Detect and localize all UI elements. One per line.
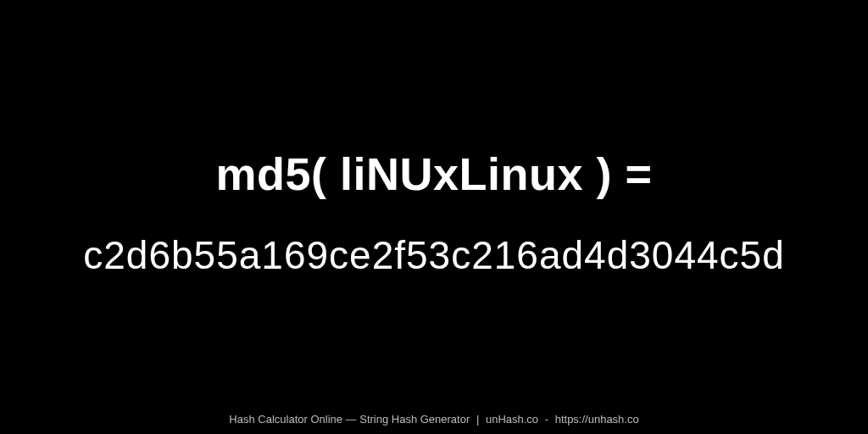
hash-result: c2d6b55a169ce2f53c216ad4d3044c5d xyxy=(83,232,785,278)
footer-site-name: unHash.co xyxy=(486,413,538,426)
footer-title: Hash Calculator Online — String Hash Gen… xyxy=(229,413,470,426)
hash-display: md5( liNUxLinux ) = c2d6b55a169ce2f53c21… xyxy=(83,147,785,278)
footer: Hash Calculator Online — String Hash Gen… xyxy=(0,413,868,426)
footer-separator: | xyxy=(476,413,479,426)
hash-expression: md5( liNUxLinux ) = xyxy=(215,147,652,200)
footer-url: https://unhash.co xyxy=(555,413,639,426)
footer-separator: - xyxy=(545,413,548,426)
